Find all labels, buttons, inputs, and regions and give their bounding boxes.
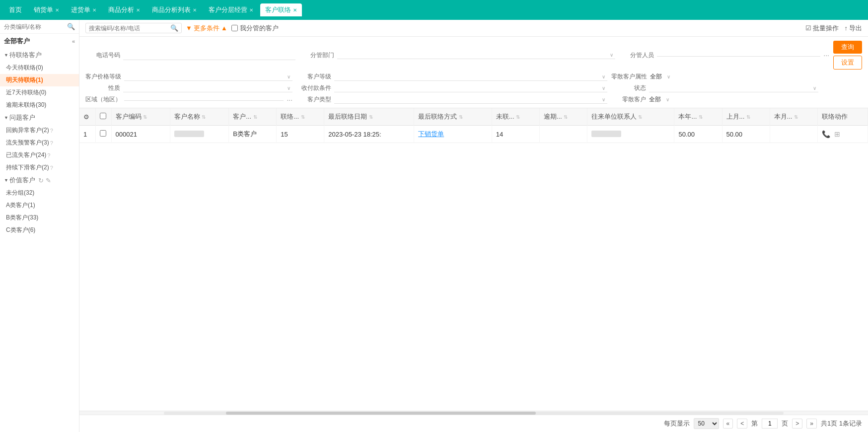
prev-page-btn[interactable]: <	[737, 419, 747, 429]
sidebar-item-overdue[interactable]: 逾期未联络(30)	[0, 99, 79, 111]
filter-nature-select[interactable]: ∨	[123, 84, 292, 92]
row-select-checkbox[interactable]	[100, 130, 106, 137]
settings-icon[interactable]: ⚙	[83, 113, 89, 121]
sort-icon: ⇅	[516, 114, 520, 120]
sidebar-item-lost[interactable]: 已流失客户(24) ?	[0, 149, 79, 161]
all-customers-header[interactable]: 全部客户 «	[0, 34, 79, 49]
last-page-btn[interactable]: »	[806, 419, 817, 429]
refresh-icon[interactable]: ↻	[38, 177, 44, 184]
action-grid-icon[interactable]: ⊞	[834, 130, 840, 138]
nav-tab-purchase[interactable]: 进货单 ✕	[66, 3, 101, 16]
sidebar-item-today[interactable]: 今天待联络(0)	[0, 62, 79, 74]
horizontal-scrollbar[interactable]	[79, 411, 868, 415]
sidebar-item-7days[interactable]: 近7天待联络(0)	[0, 86, 79, 99]
sidebar-search-area: 🔍	[0, 20, 79, 34]
page-end-label: 页	[782, 419, 788, 428]
filter-manager-dots[interactable]: ···	[823, 51, 829, 59]
filter-cust-level-select[interactable]: ∨	[334, 73, 607, 81]
search-box: 🔍	[85, 23, 182, 33]
page-label: 第	[751, 419, 758, 428]
nav-tab-customer-contact[interactable]: 客户联络 ✕	[260, 3, 302, 16]
all-customers-label: 全部客户	[4, 37, 30, 46]
filter-region-dots[interactable]: ···	[287, 96, 292, 104]
select-all-checkbox[interactable]	[100, 113, 106, 119]
filter-status: 状态 ∨	[611, 84, 818, 92]
close-icon[interactable]: ✕	[249, 7, 253, 13]
sidebar-item-abnormal[interactable]: 回购异常客户(2) ?	[0, 124, 79, 137]
tab-label: 商品分析	[108, 5, 134, 14]
batch-btn-label: 批量操作	[813, 24, 839, 33]
edit-icon[interactable]: ✎	[46, 177, 51, 184]
row-code: 000021	[111, 126, 170, 143]
action-call-icon[interactable]: 📞	[822, 130, 830, 138]
close-icon[interactable]: ✕	[55, 7, 59, 13]
next-page-btn[interactable]: >	[792, 419, 802, 429]
sidebar-item-declining[interactable]: 持续下滑客户(2) ?	[0, 161, 79, 174]
sidebar-search-icon[interactable]: 🔍	[67, 23, 75, 30]
checkbox-icon: ☑	[805, 24, 811, 32]
filter-cust-level-label: 客户等级	[296, 72, 331, 81]
sidebar-item-tomorrow[interactable]: 明天待联络(1)	[0, 74, 79, 86]
scrollbar-thumb[interactable]	[226, 412, 536, 415]
triangle-icon: ▼	[4, 178, 8, 183]
filter-price-level: 客户价格等级 ∨	[85, 72, 292, 81]
contact-method-link[interactable]: 下销货单	[418, 130, 444, 138]
sidebar-item-ungroup[interactable]: 未分组(32)	[0, 187, 79, 199]
filter-phone: 电话号码	[85, 51, 295, 60]
sidebar-item-warning[interactable]: 流失预警客户(3) ?	[0, 137, 79, 149]
row-checkbox	[95, 126, 111, 143]
close-icon[interactable]: ✕	[193, 7, 197, 13]
close-icon[interactable]: ✕	[136, 7, 140, 13]
footer: 每页显示 50 100 200 « < 第 页 > » 共1页 1条记录	[79, 415, 868, 432]
my-customers-checkbox[interactable]	[231, 25, 238, 31]
nav-tab-customer-layer[interactable]: 客户分层经营 ✕	[204, 3, 258, 16]
filter-status-label: 状态	[611, 84, 646, 92]
page-number-input[interactable]	[762, 419, 778, 429]
nav-tab-sales[interactable]: 销货单 ✕	[29, 3, 64, 16]
export-btn[interactable]: ↑ 导出	[845, 24, 863, 33]
main-search-input[interactable]	[89, 25, 168, 32]
filter-scatter-select[interactable]: ∨	[664, 96, 818, 103]
query-btn[interactable]: 查询	[833, 41, 862, 54]
filter-scatter-attr-select[interactable]: ∨	[665, 73, 818, 80]
blurred-unit-contact	[591, 131, 621, 137]
help-icon: ?	[50, 165, 53, 171]
close-icon[interactable]: ✕	[293, 7, 297, 13]
nav-tab-analysis[interactable]: 商品分析 ✕	[103, 3, 145, 16]
row-this-month	[770, 126, 817, 143]
sidebar-item-class-b[interactable]: B类客户(33)	[0, 212, 79, 224]
filter-cust-type-select[interactable]: ∨	[334, 96, 607, 104]
filter-row-2: 客户价格等级 ∨ 客户等级 ∨ 零散客户属性 全部	[85, 72, 862, 81]
blurred-name	[174, 131, 204, 137]
filter-price-label: 客户价格等级	[85, 72, 121, 81]
table-area: ⚙ 客户编码 ⇅ 客户名称 ⇅	[79, 108, 868, 411]
close-icon[interactable]: ✕	[92, 7, 96, 13]
filter-scatter-attr-value: 全部	[650, 72, 662, 81]
sidebar-search-input[interactable]	[4, 23, 65, 30]
main-search-icon[interactable]: 🔍	[170, 24, 178, 32]
chevron-down-icon: ∨	[610, 52, 613, 58]
row-this-year: 50.00	[674, 126, 722, 143]
filter-phone-input[interactable]	[123, 51, 295, 60]
table-row: 1 000021 B类客户 15 2023-05-23 18:25: 下销货单 …	[79, 126, 868, 143]
first-page-btn[interactable]: «	[723, 419, 733, 429]
scrollbar-track	[164, 412, 784, 415]
filter-row-3: 性质 ∨ 收付款条件 ∨ 状态	[85, 84, 862, 92]
nav-tab-analysis-list[interactable]: 商品分析列表 ✕	[147, 3, 202, 16]
filter-status-select[interactable]: ∨	[649, 84, 818, 92]
reset-btn[interactable]: 设置	[833, 56, 862, 70]
filter-dept-select[interactable]: ∨	[337, 51, 615, 59]
more-filter-btn[interactable]: ▼ 更多条件 ▲	[186, 24, 227, 33]
page-size-select[interactable]: 50 100 200	[694, 418, 719, 429]
filter-payment-select[interactable]: ∨	[334, 84, 607, 92]
sidebar-item-class-a[interactable]: A类客户(1)	[0, 199, 79, 212]
help-icon: ?	[47, 152, 50, 158]
sidebar-item-class-c[interactable]: C类客户(6)	[0, 224, 79, 236]
batch-btn[interactable]: ☑ 批量操作	[805, 24, 839, 33]
filter-price-select[interactable]: ∨	[124, 73, 292, 81]
nav-home[interactable]: 首页	[4, 3, 27, 16]
help-icon: ?	[50, 140, 53, 146]
help-icon: ?	[50, 128, 53, 134]
chevron-down-icon: ∨	[667, 74, 670, 79]
main-layout: 🔍 全部客户 « ▼ 待联络客户 今天待联络(0) 明天待联络(1) 近7天待联…	[0, 20, 868, 432]
